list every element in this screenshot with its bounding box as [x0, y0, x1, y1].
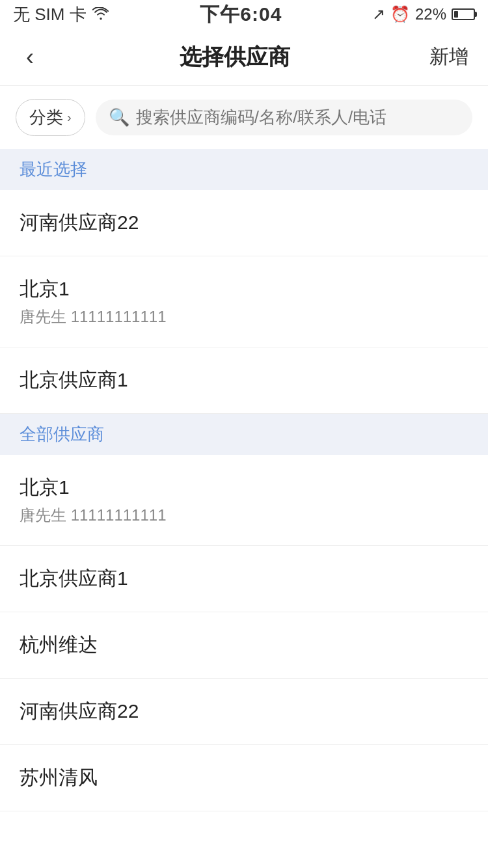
item-name: 杭州维达: [20, 632, 468, 658]
item-name: 北京1: [20, 276, 468, 303]
list-item[interactable]: 杭州维达: [0, 612, 488, 679]
add-button[interactable]: 新增: [429, 44, 468, 70]
status-time: 下午6:04: [200, 1, 282, 28]
item-name: 河南供应商22: [20, 698, 468, 725]
item-sub: 唐先生 11111111111: [20, 505, 468, 526]
page-title: 选择供应商: [180, 42, 290, 72]
all-items-list: 北京1唐先生 11111111111北京供应商1杭州维达河南供应商22苏州清风: [0, 455, 488, 811]
item-name: 北京供应商1: [20, 367, 468, 394]
wifi-icon: [92, 5, 110, 25]
chevron-right-icon: ›: [67, 110, 72, 125]
status-bar: 无 SIM 卡 下午6:04 ↗ ⏰ 22%: [0, 0, 488, 29]
item-name: 苏州清风: [20, 765, 468, 791]
list-item[interactable]: 北京1唐先生 11111111111: [0, 256, 488, 347]
list-item[interactable]: 苏州清风: [0, 745, 488, 811]
filter-bar: 分类 › 🔍: [0, 86, 488, 149]
no-sim-text: 无 SIM 卡: [13, 3, 87, 26]
list-item[interactable]: 河南供应商22: [0, 679, 488, 745]
recent-section-label: 最近选择: [20, 159, 87, 179]
location-icon: ↗: [372, 5, 385, 23]
recent-items-list: 河南供应商22北京1唐先生 11111111111北京供应商1: [0, 190, 488, 414]
list-item[interactable]: 北京供应商1: [0, 546, 488, 612]
list-item[interactable]: 北京供应商1: [0, 347, 488, 414]
category-button[interactable]: 分类 ›: [16, 99, 85, 136]
status-left: 无 SIM 卡: [13, 3, 110, 26]
status-right: ↗ ⏰ 22%: [372, 5, 475, 23]
item-sub: 唐先生 11111111111: [20, 306, 468, 327]
list-item[interactable]: 北京1唐先生 11111111111: [0, 455, 488, 546]
search-icon: 🔍: [109, 107, 129, 128]
nav-bar: ‹ 选择供应商 新增: [0, 29, 488, 86]
battery-icon: [452, 8, 475, 20]
all-section-header: 全部供应商: [0, 414, 488, 455]
search-box: 🔍: [96, 100, 472, 135]
category-label: 分类: [29, 106, 63, 129]
list-item[interactable]: 河南供应商22: [0, 190, 488, 256]
alarm-icon: ⏰: [390, 5, 410, 23]
battery-text: 22%: [415, 5, 446, 23]
recent-section-header: 最近选择: [0, 149, 488, 190]
search-input[interactable]: [136, 107, 459, 128]
item-name: 河南供应商22: [20, 210, 468, 236]
item-name: 北京1: [20, 474, 468, 501]
all-section-label: 全部供应商: [20, 424, 104, 444]
item-name: 北京供应商1: [20, 565, 468, 592]
back-button[interactable]: ‹: [20, 37, 40, 77]
